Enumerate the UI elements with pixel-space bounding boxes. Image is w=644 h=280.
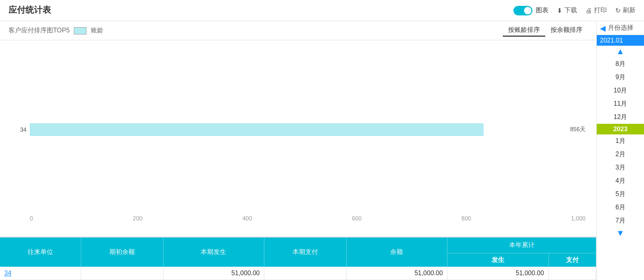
- download-button[interactable]: ⬇ 下载: [557, 6, 577, 15]
- col-unit: 往来单位: [0, 237, 81, 267]
- bar-track: [30, 123, 564, 136]
- col-nianzhifu: 支付: [548, 253, 596, 267]
- sidebar-title: 月份选择: [608, 23, 633, 32]
- sidebar: ◀ 月份选择 2021.01 ▲ 8月 9月 10月 11月 12月 2023 …: [596, 21, 644, 280]
- download-icon: ⬇: [557, 7, 562, 14]
- header-actions: 图表 ⬇ 下载 🖨 打印 ↻ 刷新: [513, 6, 636, 15]
- sidebar-month-3[interactable]: 3月: [597, 161, 644, 174]
- cell-nianfasheng: 51,000.00: [448, 267, 549, 280]
- sidebar-up-button[interactable]: ▲: [597, 46, 644, 57]
- chart-sort-buttons: 按账龄排序 按余额排序: [503, 24, 588, 37]
- x-axis-1000: 1,000: [571, 215, 586, 222]
- table-header-row: 往来单位 期初余额 本期发生 本期支付 余额 本年累计: [0, 237, 596, 253]
- bar-end-label: 856天: [570, 125, 586, 133]
- x-axis-800: 800: [461, 215, 471, 222]
- bar-row: 34 856天: [11, 123, 586, 136]
- x-axis-200: 200: [133, 215, 142, 222]
- page-title: 应付统计表: [8, 5, 51, 16]
- sidebar-month-8[interactable]: 8月: [597, 57, 644, 71]
- bar-chart: 34 856天 0 200 400 600 800: [5, 46, 591, 224]
- sidebar-month-6[interactable]: 6月: [597, 201, 644, 214]
- chart-legend: 客户应付排序图TOP5 账龄: [8, 26, 104, 35]
- bar-label: 34: [11, 126, 27, 133]
- x-axis-0: 0: [30, 215, 33, 222]
- sidebar-month-5[interactable]: 5月: [597, 188, 644, 201]
- sidebar-down-button[interactable]: ▼: [597, 227, 644, 239]
- sidebar-month-1[interactable]: 1月: [597, 134, 644, 148]
- col-nianlei: 本年累计: [448, 237, 596, 253]
- sort-by-balance-button[interactable]: 按余额排序: [545, 24, 588, 37]
- chart-topbar: 客户应付排序图TOP5 账龄 按账龄排序 按余额排序: [0, 21, 596, 40]
- sidebar-month-12[interactable]: 12月: [597, 111, 644, 124]
- print-button[interactable]: 🖨 打印: [586, 6, 607, 15]
- chart-toggle[interactable]: [513, 6, 533, 15]
- sidebar-header: ◀ 月份选择: [597, 21, 644, 35]
- sidebar-current-year: 2021.01: [597, 35, 644, 46]
- table-row: 34 51,000.00 51,000.00 51,000.00: [0, 267, 596, 280]
- chart-toggle-label: 图表: [536, 6, 548, 15]
- legend-age-label: 账龄: [91, 26, 104, 35]
- cell-benzhifu: [264, 267, 346, 280]
- x-axis-600: 600: [352, 215, 362, 222]
- print-icon: 🖨: [586, 7, 592, 14]
- cell-qichu: [81, 267, 163, 280]
- cell-unit[interactable]: 34: [0, 267, 81, 280]
- cell-yue: 51,000.00: [346, 267, 448, 280]
- col-qichu: 期初余额: [81, 237, 163, 267]
- sidebar-month-11[interactable]: 11月: [597, 97, 644, 111]
- sidebar-month-4[interactable]: 4月: [597, 174, 644, 188]
- bar-fill: [30, 123, 484, 136]
- data-table: 往来单位 期初余额 本期发生 本期支付 余额 本年累计 发生 支付: [0, 236, 596, 280]
- refresh-button[interactable]: ↻ 刷新: [615, 6, 636, 15]
- sidebar-month-10[interactable]: 10月: [597, 84, 644, 97]
- col-benfasheng: 本期发生: [163, 237, 264, 267]
- refresh-icon: ↻: [615, 7, 621, 14]
- sidebar-month-2[interactable]: 2月: [597, 148, 644, 161]
- col-yue: 余额: [346, 237, 448, 267]
- chart-area: 34 856天 0 200 400 600 800: [0, 40, 596, 236]
- sort-by-age-button[interactable]: 按账龄排序: [503, 24, 545, 37]
- legend-color-box: [74, 27, 87, 35]
- sidebar-month-7[interactable]: 7月: [597, 214, 644, 227]
- sidebar-collapse-button[interactable]: ◀: [600, 24, 606, 32]
- legend-title: 客户应付排序图TOP5: [8, 26, 70, 35]
- cell-nianzhifu: [548, 267, 596, 280]
- x-axis: 0 200 400 600 800 1,000: [11, 213, 586, 224]
- x-axis-400: 400: [242, 215, 252, 222]
- cell-benfasheng: 51,000.00: [163, 267, 264, 280]
- sidebar-month-9[interactable]: 9月: [597, 71, 644, 84]
- col-nianfasheng: 发生: [448, 253, 549, 267]
- sidebar-year-2023: 2023: [597, 124, 644, 134]
- col-benzhifu: 本期支付: [264, 237, 346, 267]
